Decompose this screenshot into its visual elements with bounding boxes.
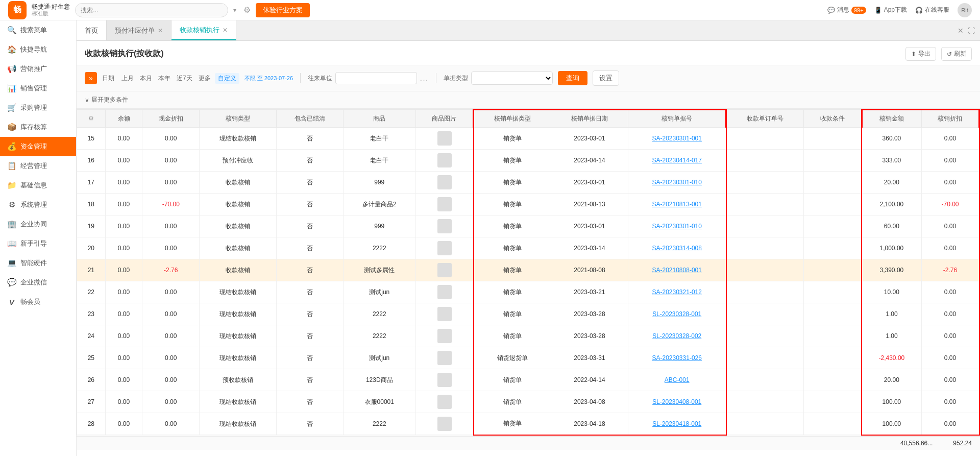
sidebar-item-member[interactable]: V 畅会员 bbox=[0, 292, 76, 311]
page-header: 收款核销执行(按收款) ⬆ 导出 ↺ 刷新 bbox=[77, 41, 980, 65]
filter-this-month[interactable]: 本月 bbox=[138, 73, 154, 84]
goods-image-cell bbox=[415, 303, 473, 325]
basic-info-icon: 📁 bbox=[7, 181, 16, 190]
inventory-icon: 📦 bbox=[7, 123, 16, 132]
enterprise-icon: 🏢 bbox=[7, 220, 16, 229]
sidebar-item-management[interactable]: 📋 经营管理 bbox=[0, 156, 76, 176]
th-verify-bill-no: 核销单据号 bbox=[628, 110, 726, 128]
sidebar-item-enterprise[interactable]: 🏢 企业协同 bbox=[0, 214, 76, 234]
th-verify-bill-type: 核销单据类型 bbox=[474, 110, 551, 128]
filter-more-dates[interactable]: 更多 bbox=[197, 73, 213, 84]
filter-this-year[interactable]: 本年 bbox=[156, 73, 173, 84]
goods-image-cell bbox=[415, 215, 473, 237]
export-icon: ⬆ bbox=[911, 51, 916, 58]
search-chevron-icon[interactable]: ▾ bbox=[233, 7, 236, 14]
global-search-input[interactable] bbox=[75, 3, 228, 17]
table-row: 160.000.00预付冲应收否老白干销货单2023-04-14SA-20230… bbox=[77, 150, 979, 172]
top-bar-right: 💬 消息 99+ 📱 App下载 🎧 在线客服 Rit bbox=[827, 3, 972, 17]
sidebar-item-guide[interactable]: 📖 新手引导 bbox=[0, 234, 76, 253]
table-row: 180.00-70.00收款核销否多计量商品2销货单2021-08-13SA-2… bbox=[77, 194, 979, 215]
finance-icon: 💰 bbox=[7, 142, 16, 151]
filter-party-dots[interactable]: ... bbox=[420, 75, 429, 82]
goods-image-cell bbox=[415, 413, 473, 435]
message-icon: 💬 bbox=[827, 7, 835, 14]
search-icon: 🔍 bbox=[7, 26, 16, 35]
sidebar-item-search[interactable]: 🔍 搜索菜单 bbox=[0, 20, 76, 40]
th-verify-bill-date: 核销单据日期 bbox=[551, 110, 628, 128]
main-layout: 🔍 搜索菜单 🏠 快捷导航 📢 营销推广 📊 销售管理 🛒 采购管理 📦 库存核… bbox=[0, 20, 980, 456]
tab-close-all-button[interactable]: ✕ bbox=[958, 27, 964, 35]
th-verify-discount: 核销折扣 bbox=[921, 110, 979, 128]
user-avatar[interactable]: Rit bbox=[958, 3, 972, 17]
filter-last-7days[interactable]: 近7天 bbox=[175, 73, 194, 84]
sidebar-item-wechat[interactable]: 💬 企业微信 bbox=[0, 273, 76, 292]
sidebar-item-quick-nav[interactable]: 🏠 快捷导航 bbox=[0, 40, 76, 59]
table-row: 270.000.00现结收款核销否衣服00001销货单2023-04-08SL-… bbox=[77, 391, 979, 413]
sidebar-item-inventory[interactable]: 📦 库存核算 bbox=[0, 117, 76, 137]
marketing-icon: 📢 bbox=[7, 64, 16, 74]
sidebar-item-sales[interactable]: 📊 销售管理 bbox=[0, 79, 76, 98]
goods-image-cell bbox=[415, 237, 473, 259]
tab-close-prepay[interactable]: ✕ bbox=[158, 27, 163, 34]
export-button[interactable]: ⬆ 导出 bbox=[905, 47, 936, 61]
th-goods-image: 商品图片 bbox=[415, 110, 473, 128]
table-row: 230.000.00现结收款核销否2222销货单2023-03-28SL-202… bbox=[77, 303, 979, 325]
sidebar-item-finance[interactable]: 💰 资金管理 bbox=[0, 137, 76, 156]
goods-image-cell bbox=[415, 259, 473, 281]
sidebar: 🔍 搜索菜单 🏠 快捷导航 📢 营销推广 📊 销售管理 🛒 采购管理 📦 库存核… bbox=[0, 20, 77, 456]
table-area[interactable]: ⚙ 余额 现金折扣 核销类型 包含已结清 商品 商品图片 核销单据类型 核销单据… bbox=[77, 109, 980, 456]
sidebar-item-system[interactable]: ⚙ 系统管理 bbox=[0, 195, 76, 214]
goods-image-cell bbox=[415, 172, 473, 194]
th-receipt-order-no: 收款单订单号 bbox=[726, 110, 804, 128]
page-area: 收款核销执行(按收款) ⬆ 导出 ↺ 刷新 » 日期 上月 bbox=[77, 41, 980, 456]
filter-party-input[interactable] bbox=[335, 72, 417, 84]
table-row: 190.000.00收款核销否999销货单2023-03-01SA-202303… bbox=[77, 215, 979, 237]
page-title: 收款核销执行(按收款) bbox=[85, 49, 164, 59]
table-body: 150.000.00现结收款核销否老白干销货单2023-03-01SA-2023… bbox=[77, 128, 979, 435]
content-area: 首页 预付冲应付单 ✕ 收款核销执行 ✕ ✕ ⛶ 收款核销执行(按收款) bbox=[77, 20, 980, 456]
sidebar-item-marketing[interactable]: 📢 营销推广 bbox=[0, 59, 76, 79]
sidebar-item-basic-info[interactable]: 📁 基础信息 bbox=[0, 176, 76, 195]
th-payment-terms: 收款条件 bbox=[804, 110, 862, 128]
tab-prepay[interactable]: 预付冲应付单 ✕ bbox=[107, 20, 172, 40]
sidebar-item-hardware[interactable]: 💻 智能硬件 bbox=[0, 253, 76, 273]
table-row: 200.000.00收款核销否2222销货单2023-03-14SA-20230… bbox=[77, 237, 979, 259]
industry-solution-button[interactable]: 休验行业方案 bbox=[256, 3, 310, 17]
filter-date-buttons: 上月 本月 本年 近7天 更多 自定义 bbox=[119, 73, 239, 84]
query-button[interactable]: 查询 bbox=[558, 71, 587, 85]
table-row: 150.000.00现结收款核销否老白干销货单2023-03-01SA-2023… bbox=[77, 128, 979, 150]
goods-image-cell bbox=[415, 194, 473, 215]
message-button[interactable]: 💬 消息 99+ bbox=[827, 6, 866, 14]
filter-separator2 bbox=[436, 73, 436, 83]
th-balance: 余额 bbox=[105, 110, 142, 128]
expand-more-button[interactable]: ∨ 展开更多条件 bbox=[85, 93, 972, 106]
th-cash-discount: 现金折扣 bbox=[142, 110, 200, 128]
sidebar-item-purchase[interactable]: 🛒 采购管理 bbox=[0, 98, 76, 117]
wechat-icon: 💬 bbox=[7, 278, 16, 287]
gear-icon[interactable]: ⚙ bbox=[88, 115, 94, 122]
filter-last-month[interactable]: 上月 bbox=[119, 73, 136, 84]
filter-bill-type-group: 单据类型 bbox=[444, 71, 553, 85]
filter-bill-type-select[interactable] bbox=[471, 71, 553, 85]
online-service-button[interactable]: 🎧 在线客服 bbox=[915, 6, 949, 14]
tab-bar: 首页 预付冲应付单 ✕ 收款核销执行 ✕ ✕ ⛶ bbox=[77, 20, 980, 41]
tab-home[interactable]: 首页 bbox=[77, 20, 107, 40]
refresh-icon: ↺ bbox=[947, 51, 952, 58]
table-settings-button[interactable]: 设置 bbox=[593, 70, 619, 86]
refresh-button[interactable]: ↺ 刷新 bbox=[941, 47, 972, 61]
th-verify-type: 核销类型 bbox=[200, 110, 277, 128]
tab-close-receipt[interactable]: ✕ bbox=[223, 27, 228, 34]
management-icon: 📋 bbox=[7, 161, 16, 171]
app-download-button[interactable]: 📱 App下载 bbox=[874, 6, 907, 14]
app-logo-sub: 标准版 bbox=[32, 10, 70, 17]
tab-receipt[interactable]: 收款核销执行 ✕ bbox=[172, 20, 236, 40]
filter-expand-button[interactable]: » bbox=[85, 72, 97, 84]
th-gear[interactable]: ⚙ bbox=[77, 110, 106, 128]
table-row: 170.000.00收款核销否999销货单2023-03-01SA-202303… bbox=[77, 172, 979, 194]
tab-fullscreen-button[interactable]: ⛶ bbox=[968, 27, 975, 35]
settings-gear-icon[interactable]: ⚙ bbox=[243, 5, 251, 15]
app-logo-icon: 畅 bbox=[8, 1, 27, 19]
app-logo-text: 畅捷通·好生意 bbox=[32, 3, 70, 10]
filter-custom-date[interactable]: 自定义 bbox=[215, 73, 239, 84]
th-include-settled: 包含已结清 bbox=[276, 110, 343, 128]
